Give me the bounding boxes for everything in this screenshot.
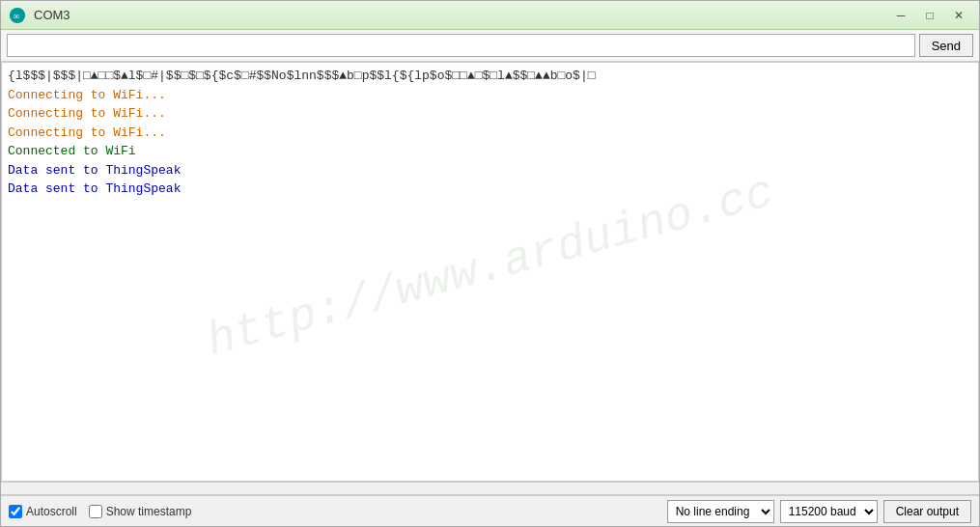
output-line: Connected to WiFi [8,142,972,161]
output-line: Connecting to WiFi... [8,124,972,143]
svg-text:∞: ∞ [14,10,20,20]
arduino-logo-icon: ∞ [9,7,26,24]
minimize-button[interactable]: ─ [888,6,913,25]
close-button[interactable]: ✕ [946,6,971,25]
autoscroll-checkbox[interactable] [9,505,22,518]
show-timestamp-label[interactable]: Show timestamp [89,505,192,518]
bottom-bar-right: No line ending Newline Carriage return B… [667,500,971,523]
baud-rate-select[interactable]: 300 baud 1200 baud 2400 baud 4800 baud 9… [780,500,878,523]
maximize-button[interactable]: □ [917,6,942,25]
output-content: http://www.arduino.cc {l$$$|$$$|□▲□□$▲l$… [2,63,978,481]
clear-output-button[interactable]: Clear output [883,500,971,523]
bottom-bar-left: Autoscroll Show timestamp [9,505,191,518]
title-bar: ∞ COM3 ─ □ ✕ [1,1,979,30]
window-title: COM3 [34,8,70,22]
title-bar-left: ∞ COM3 [9,7,70,24]
line-ending-select[interactable]: No line ending Newline Carriage return B… [667,500,774,523]
horizontal-scrollbar[interactable] [1,482,979,495]
window-controls: ─ □ ✕ [888,6,971,25]
autoscroll-label[interactable]: Autoscroll [9,505,77,518]
main-window: ∞ COM3 ─ □ ✕ Send http://www.arduino.cc … [0,0,980,527]
output-line: Data sent to ThingSpeak [8,180,972,199]
output-line: Connecting to WiFi... [8,104,972,124]
bottom-bar: Autoscroll Show timestamp No line ending… [1,495,979,526]
send-button[interactable]: Send [919,34,973,57]
send-input[interactable] [7,34,915,57]
show-timestamp-text: Show timestamp [106,505,192,518]
output-line: {l$$$|$$$|□▲□□$▲l$□#|$$□$□${$c$□#$$No$ln… [8,67,972,86]
output-line: Data sent to ThingSpeak [8,161,972,180]
send-bar: Send [1,30,979,62]
output-area[interactable]: http://www.arduino.cc {l$$$|$$$|□▲□□$▲l$… [1,62,979,482]
show-timestamp-checkbox[interactable] [89,505,102,518]
output-line: Connecting to WiFi... [8,86,972,105]
autoscroll-text: Autoscroll [26,505,77,518]
